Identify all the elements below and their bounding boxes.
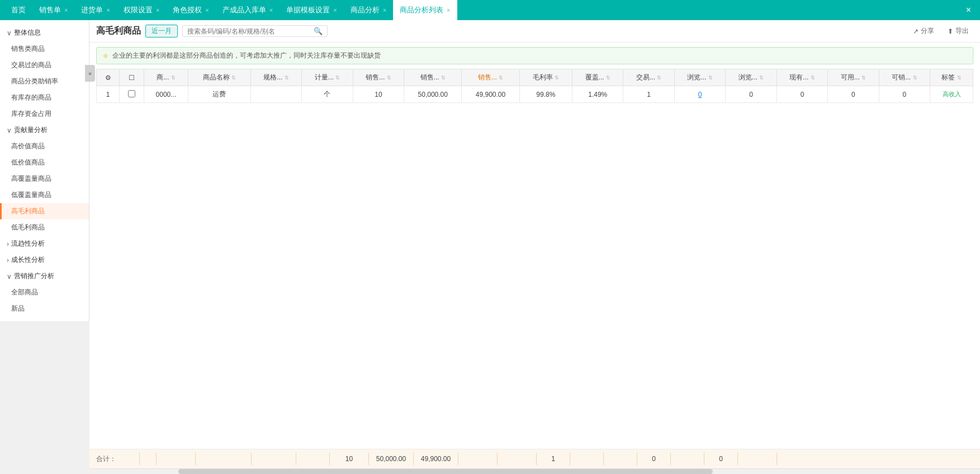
row-spec xyxy=(250,86,301,103)
sidebar-item-high-margin[interactable]: 高毛利商品 xyxy=(0,203,89,219)
row-browse1[interactable]: 0 xyxy=(674,86,725,103)
footer-spacer7 xyxy=(458,453,498,465)
table-row: 1 0000... 运费 个 10 50,000.00 49,900.00 99… xyxy=(97,86,973,103)
sidebar-item-traded-goods[interactable]: 交易过的商品 xyxy=(0,57,89,73)
nav-label-home: 首页 xyxy=(11,5,26,15)
arrow-overview: ∨ xyxy=(7,29,12,37)
nav-item-purchase[interactable]: 进货单 × xyxy=(74,0,116,20)
sidebar-collapse-button[interactable]: « xyxy=(85,65,95,82)
row-code: 0000... xyxy=(144,86,188,103)
nav-close-sales[interactable]: × xyxy=(64,7,68,13)
search-input[interactable] xyxy=(187,27,314,35)
sidebar-wrapper: ∨ 整体信息 销售类商品 交易过的商品 商品分类助销率 有库存的商品 库存资金占… xyxy=(0,20,89,474)
footer-cells: 10 50,000.00 49,900.00 1 0 0 xyxy=(123,453,973,465)
footer-spacer3 xyxy=(157,453,196,465)
sidebar-group-growth-label: 成长性分析 xyxy=(11,255,45,265)
nav-item-product-inbound[interactable]: 产成品入库单 × xyxy=(216,0,280,20)
col-gross-rate[interactable]: 毛利率 ⇅ xyxy=(519,69,572,86)
col-browse2[interactable]: 浏览... ⇅ xyxy=(726,69,777,86)
col-available[interactable]: 可用... ⇅ xyxy=(828,69,879,86)
col-settings[interactable]: ⚙ xyxy=(97,69,120,86)
col-tag[interactable]: 标签 ⇅ xyxy=(930,69,973,86)
arrow-marketing: ∨ xyxy=(7,273,12,280)
sidebar-item-low-value[interactable]: 低价值商品 xyxy=(0,154,89,171)
nav-close-purchase[interactable]: × xyxy=(106,7,110,13)
footer-current-stock: 0 xyxy=(637,453,671,465)
export-label: 导出 xyxy=(955,26,969,36)
sidebar-item-high-value[interactable]: 高价值商品 xyxy=(0,138,89,154)
col-sales-profit[interactable]: 销售... ⇅ xyxy=(462,69,519,86)
sidebar-group-overview[interactable]: ∨ 整体信息 xyxy=(0,25,89,41)
col-current-stock[interactable]: 现有... ⇅ xyxy=(777,69,827,86)
col-sales-qty[interactable]: 销售... ⇅ xyxy=(353,69,404,86)
sidebar-group-marketing-label: 营销推广分析 xyxy=(14,271,54,281)
row-tag: 高收入 xyxy=(930,86,973,103)
nav-label-sales: 销售单 xyxy=(39,5,61,15)
sidebar-item-high-coverage[interactable]: 高覆盖量商品 xyxy=(0,171,89,187)
sidebar-item-category-rate[interactable]: 商品分类助销率 xyxy=(0,73,89,90)
nav-item-sales[interactable]: 销售单 × xyxy=(32,0,74,20)
nav-item-analysis-list[interactable]: 商品分析列表 × xyxy=(393,0,457,20)
nav-item-template[interactable]: 单据模板设置 × xyxy=(280,0,343,20)
sidebar-group-trend-label: 流趋性分析 xyxy=(11,239,45,248)
sidebar-item-all-goods[interactable]: 全部商品 xyxy=(0,284,89,301)
sidebar-item-sales-goods[interactable]: 销售类商品 xyxy=(0,41,89,57)
sidebar-group-trend[interactable]: › 流趋性分析 xyxy=(0,236,89,252)
nav-close-all[interactable]: × xyxy=(962,5,976,15)
col-name[interactable]: 商品名称 ⇅ xyxy=(188,69,250,86)
nav-close-roles[interactable]: × xyxy=(205,7,209,13)
export-button[interactable]: ⬆ 导出 xyxy=(943,25,973,37)
nav-label-permissions: 权限设置 xyxy=(124,5,153,15)
nav-item-permissions[interactable]: 权限设置 × xyxy=(117,0,166,20)
nav-label-product-inbound: 产成品入库单 xyxy=(222,5,266,15)
row-sales-amount: 50,000.00 xyxy=(404,86,462,103)
col-saleable[interactable]: 可销... ⇅ xyxy=(879,69,930,86)
info-banner-text: 企业的主要的利润都是这部分商品创造的，可考虑加大推广，同时关注库存量不要出现缺货 xyxy=(112,51,381,60)
nav-item-analysis[interactable]: 商品分析 × xyxy=(344,0,393,20)
sidebar-item-low-margin[interactable]: 低毛利商品 xyxy=(0,219,89,236)
sidebar-group-contribution[interactable]: ∨ 贡献量分析 xyxy=(0,122,89,138)
share-label: 分享 xyxy=(921,26,934,36)
col-sales-amount[interactable]: 销售... ⇅ xyxy=(404,69,462,86)
table-footer: 合计： 10 50,000.00 49,900.00 1 0 0 xyxy=(89,449,980,468)
col-transactions[interactable]: 交易... ⇅ xyxy=(623,69,674,86)
col-checkbox[interactable]: ☐ xyxy=(120,69,144,86)
nav-item-home[interactable]: 首页 xyxy=(4,0,32,20)
sidebar-group-growth[interactable]: › 成长性分析 xyxy=(0,252,89,268)
footer-spacer6 xyxy=(296,453,330,465)
data-table: ⚙ ☐ 商... ⇅ 商品名称 ⇅ 规格... ⇅ 计量... ⇅ 销售... … xyxy=(96,69,973,103)
nav-close-analysis[interactable]: × xyxy=(383,7,386,13)
col-code[interactable]: 商... ⇅ xyxy=(144,69,188,86)
row-saleable: 0 xyxy=(879,86,930,103)
sidebar-item-low-coverage[interactable]: 低覆盖量商品 xyxy=(0,187,89,203)
nav-close-template[interactable]: × xyxy=(333,7,337,13)
sidebar: ∨ 整体信息 销售类商品 交易过的商品 商品分类助销率 有库存的商品 库存资金占… xyxy=(0,20,89,321)
share-icon: ↗ xyxy=(913,27,919,35)
bottom-scrollbar[interactable] xyxy=(89,468,980,474)
nav-close-permissions[interactable]: × xyxy=(156,7,159,13)
content-header: 高毛利商品 近一月 🔍 ↗ 分享 ⬆ 导出 xyxy=(89,20,980,43)
footer-available xyxy=(671,453,704,465)
row-checkbox[interactable] xyxy=(120,86,144,103)
table-container[interactable]: ⚙ ☐ 商... ⇅ 商品名称 ⇅ 规格... ⇅ 计量... ⇅ 销售... … xyxy=(89,69,980,449)
footer-browse2 xyxy=(604,453,637,465)
col-unit[interactable]: 计量... ⇅ xyxy=(302,69,353,86)
footer-saleable: 0 xyxy=(704,453,738,465)
sidebar-item-stock-capital[interactable]: 库存资金占用 xyxy=(0,106,89,122)
share-button[interactable]: ↗ 分享 xyxy=(908,25,939,37)
top-nav: 首页 销售单 × 进货单 × 权限设置 × 角色授权 × 产成品入库单 × 单据… xyxy=(0,0,980,20)
sidebar-item-new-goods[interactable]: 新品 xyxy=(0,301,89,317)
nav-label-analysis-list: 商品分析列表 xyxy=(400,5,443,15)
filter-month-button[interactable]: 近一月 xyxy=(145,25,178,37)
row-available: 0 xyxy=(828,86,879,103)
sidebar-item-in-stock[interactable]: 有库存的商品 xyxy=(0,90,89,106)
col-coverage[interactable]: 覆盖... ⇅ xyxy=(572,69,623,86)
col-spec[interactable]: 规格... ⇅ xyxy=(250,69,301,86)
sidebar-group-marketing[interactable]: ∨ 营销推广分析 xyxy=(0,268,89,284)
nav-close-product-inbound[interactable]: × xyxy=(269,7,273,13)
col-browse1[interactable]: 浏览... ⇅ xyxy=(674,69,725,86)
nav-item-roles[interactable]: 角色授权 × xyxy=(166,0,215,20)
search-icon[interactable]: 🔍 xyxy=(314,27,323,35)
info-icon: ✧ xyxy=(102,51,109,60)
nav-close-analysis-list[interactable]: × xyxy=(447,7,450,13)
